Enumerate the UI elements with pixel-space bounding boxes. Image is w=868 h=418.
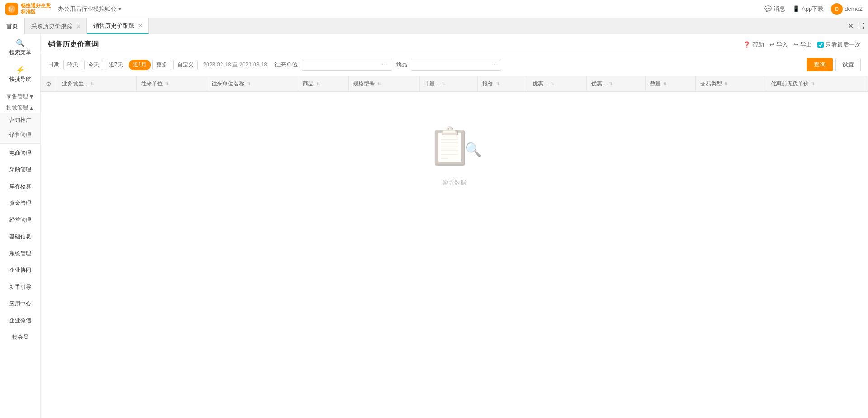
- purchase-label: 采购管理: [9, 166, 31, 174]
- sidebar-item-wechat[interactable]: 企业微信: [0, 312, 40, 329]
- app-selector[interactable]: 办公用品行业模拟账套 ▾: [54, 5, 125, 13]
- app-download-label: App下载: [802, 5, 824, 13]
- sort-unit[interactable]: ⇅: [442, 81, 445, 86]
- date-btn-more[interactable]: 更多: [152, 60, 171, 70]
- sidebar-item-finance[interactable]: 资金管理: [0, 195, 40, 212]
- sort-quantity[interactable]: ⇅: [663, 81, 667, 86]
- username-label: demo2: [844, 5, 863, 12]
- fullscreen-btn[interactable]: ⛶: [857, 22, 864, 30]
- home-tab-label: 首页: [6, 22, 18, 30]
- date-btn-7days[interactable]: 近7天: [105, 60, 127, 70]
- sidebar-item-enterprise[interactable]: 企业协同: [0, 262, 40, 279]
- th-unit-code: 往来单位 ⇅: [136, 76, 207, 92]
- sort-trade-type[interactable]: ⇅: [724, 81, 728, 86]
- sidebar-item-marketing[interactable]: 营销推广: [0, 113, 40, 128]
- sidebar-item-search[interactable]: 🔍 搜索菜单: [0, 34, 40, 61]
- sidebar-item-operations[interactable]: 经营管理: [0, 212, 40, 228]
- retail-expand-icon: ▼: [29, 94, 34, 100]
- only-last-checkbox-area[interactable]: 只看最后一次: [817, 41, 861, 49]
- sort-pre-tax[interactable]: ⇅: [811, 81, 815, 86]
- product-input[interactable]: [415, 62, 491, 68]
- import-btn[interactable]: ↩ 导入: [769, 41, 788, 49]
- marketing-label: 营销推广: [9, 116, 31, 124]
- sort-discount2[interactable]: ⇅: [609, 81, 613, 86]
- tab-home[interactable]: 首页: [0, 18, 25, 34]
- close-window-btn[interactable]: ✕: [848, 22, 854, 30]
- date-btn-yesterday[interactable]: 昨天: [63, 60, 82, 70]
- th-quantity: 数量 ⇅: [645, 76, 695, 92]
- topbar-left: 好 畅捷通好生意 标准版 办公用品行业模拟账套 ▾: [5, 3, 125, 15]
- product-input-wrap: ···: [411, 59, 501, 71]
- sidebar-item-vip[interactable]: 畅会员: [0, 329, 40, 346]
- topbar-right: 💬 消息 📱 App下载 D demo2: [764, 3, 863, 15]
- date-range-display: 2023-02-18 至 2023-03-18: [203, 61, 267, 69]
- sidebar-item-shortcut[interactable]: ⚡ 快捷导航: [0, 61, 40, 88]
- inventory-label: 库存核算: [9, 183, 31, 190]
- sort-unit-name[interactable]: ⇅: [247, 81, 250, 86]
- sidebar-item-system[interactable]: 系统管理: [0, 245, 40, 262]
- app-download-btn[interactable]: 📱 App下载: [793, 5, 824, 13]
- empty-text: 暂无数据: [443, 179, 466, 187]
- page-header: 销售历史价查询 ❓ 帮助 ↩ 导入 ↪ 导出 只看: [41, 34, 868, 53]
- sort-product[interactable]: ⇅: [316, 81, 320, 86]
- sidebar-item-app-center[interactable]: 应用中心: [0, 295, 40, 312]
- table-settings-icon[interactable]: ⚙: [46, 81, 52, 88]
- date-filter-group: 日期 昨天 今天 近7天 近1月 更多 自定义 2023-02-18 至 202…: [48, 60, 267, 70]
- guide-label: 新手引导: [9, 283, 31, 291]
- only-last-checkbox[interactable]: [817, 42, 824, 48]
- date-btn-today[interactable]: 今天: [84, 60, 103, 70]
- shortcut-label: 快捷导航: [9, 76, 31, 83]
- sidebar: 🔍 搜索菜单 ⚡ 快捷导航 零售管理 ▼ 批发管理 ▲ 营销推广 销售管理 电商…: [0, 34, 41, 418]
- from-unit-dots[interactable]: ···: [382, 61, 387, 69]
- divider-2: [0, 143, 40, 144]
- help-btn[interactable]: ❓ 帮助: [743, 41, 764, 49]
- filter-inputs: 往来单位 ··· 商品 ···: [274, 59, 799, 71]
- settings-btn[interactable]: 设置: [835, 58, 861, 71]
- system-label: 系统管理: [9, 250, 31, 257]
- tabbar: 首页 采购历史价跟踪 × 销售历史价跟踪 × ✕ ⛶: [0, 18, 868, 34]
- only-last-label: 只看最后一次: [826, 41, 861, 49]
- close-sales-tab[interactable]: ×: [139, 23, 142, 29]
- operations-label: 经营管理: [9, 216, 31, 224]
- date-label: 日期: [48, 61, 60, 69]
- th-biz-date: 业务发生... ⇅: [57, 76, 136, 92]
- sort-unit-code[interactable]: ⇅: [165, 81, 169, 86]
- divider-1: [0, 89, 40, 89]
- search-label: 搜索菜单: [9, 49, 31, 57]
- empty-state: 📋 🔍 暂无数据: [41, 92, 868, 223]
- sort-biz-date[interactable]: ⇅: [90, 81, 94, 86]
- tab-sales-history[interactable]: 销售历史价跟踪 ×: [87, 18, 149, 34]
- sort-discount1[interactable]: ⇅: [551, 81, 554, 86]
- sidebar-item-wholesale[interactable]: 批发管理 ▲: [0, 101, 40, 113]
- sidebar-item-purchase[interactable]: 采购管理: [0, 162, 40, 178]
- topbar: 好 畅捷通好生意 标准版 办公用品行业模拟账套 ▾ 💬 消息 📱 App下载 D…: [0, 0, 868, 18]
- message-btn[interactable]: 💬 消息: [764, 5, 785, 13]
- sidebar-item-inventory[interactable]: 库存核算: [0, 178, 40, 195]
- sidebar-item-sales-mgmt[interactable]: 销售管理: [0, 128, 40, 142]
- import-icon: ↩: [769, 41, 774, 48]
- sort-quote[interactable]: ⇅: [496, 81, 500, 86]
- query-btn[interactable]: 查询: [807, 58, 833, 71]
- sidebar-item-ecommerce[interactable]: 电商管理: [0, 145, 40, 162]
- date-btn-1month[interactable]: 近1月: [129, 60, 151, 70]
- close-purchase-tab[interactable]: ×: [77, 23, 80, 29]
- th-discount1: 优惠... ⇅: [528, 76, 587, 92]
- sidebar-item-guide[interactable]: 新手引导: [0, 279, 40, 295]
- product-label: 商品: [396, 61, 407, 69]
- btn-group-right: 查询 设置: [807, 58, 861, 71]
- sort-spec[interactable]: ⇅: [377, 81, 381, 86]
- export-btn[interactable]: ↪ 导出: [793, 41, 812, 49]
- ecommerce-label: 电商管理: [9, 149, 31, 157]
- sidebar-item-basic-info[interactable]: 基础信息: [0, 228, 40, 245]
- user-profile[interactable]: D demo2: [831, 3, 863, 15]
- date-btn-custom[interactable]: 自定义: [173, 60, 198, 70]
- from-unit-input[interactable]: [306, 62, 382, 68]
- th-settings: ⚙: [41, 76, 57, 92]
- product-dots[interactable]: ···: [491, 61, 497, 69]
- svg-text:好: 好: [9, 7, 13, 12]
- dropdown-icon: ▾: [118, 5, 122, 12]
- main-layout: 🔍 搜索菜单 ⚡ 快捷导航 零售管理 ▼ 批发管理 ▲ 营销推广 销售管理 电商…: [0, 34, 868, 418]
- app-center-label: 应用中心: [9, 300, 31, 308]
- sidebar-item-retail[interactable]: 零售管理 ▼: [0, 90, 40, 101]
- tab-purchase-history[interactable]: 采购历史价跟踪 ×: [25, 18, 87, 34]
